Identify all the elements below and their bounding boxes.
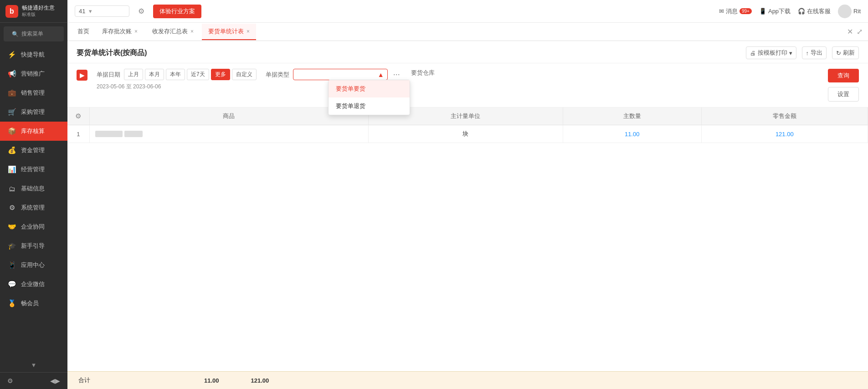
expand-tabs-btn[interactable]: ⤢ [857,27,863,36]
close-all-tabs-btn[interactable]: ✕ [847,27,853,36]
footer-totals: 11.00 121.00 [108,377,269,384]
tab-close-order-summary[interactable]: × [247,28,250,35]
app-download-btn[interactable]: 📱 App下载 [759,7,791,15]
sidebar-scroll-down[interactable]: ▼ [0,358,67,372]
date-this-month-btn[interactable]: 本月 [145,69,164,80]
row-qty: 11.00 [563,125,701,143]
sidebar-item-basics[interactable]: 🗂 基础信息 [0,179,67,198]
topbar-right: ✉ 消息 99+ 📱 App下载 🎧 在线客服 Rit [719,5,861,18]
tab-order-summary[interactable]: 要货单统计表 × [202,24,256,40]
footer-label: 合计 [73,376,90,384]
page-actions: 🖨 按模板打印 ▾ ↑ 导出 ↻ 刷新 [746,46,859,59]
query-btn[interactable]: 查询 [828,69,859,82]
date-buttons: 上月 本月 本年 近7天 更多 自定义 [124,69,257,80]
filter-date-row: 单据日期 上月 本月 本年 近7天 更多 自定义 [97,69,257,80]
user-avatar-area[interactable]: Rit [838,5,861,18]
product-cell [95,131,363,137]
user-name: Rit [853,8,861,15]
type-more-options-btn[interactable]: ··· [391,70,402,79]
product-placeholder-1 [95,131,123,137]
date-last-month-btn[interactable]: 上月 [124,69,143,80]
enterprise-icon: 🤝 [7,222,16,231]
export-icon: ↑ [806,50,809,56]
inventory-icon: 📦 [7,127,16,136]
date-custom-btn[interactable]: 自定义 [232,69,257,80]
tabbar-actions: ✕ ⤢ [847,27,863,36]
amount-link[interactable]: 121.00 [776,131,794,138]
dropdown-option-order[interactable]: 要货单要货 [329,80,410,97]
export-btn[interactable]: ↑ 导出 [802,46,827,59]
sidebar-item-quicknav[interactable]: ⚡ 快捷导航 [0,45,67,64]
company-selector[interactable]: 41 ▾ [75,5,129,17]
page-title: 要货单统计表(按商品) [77,48,147,58]
refresh-btn[interactable]: ↻ 刷新 [832,46,859,59]
operations-icon: 📊 [7,165,16,174]
type-dropdown-icon[interactable]: ▲ [378,71,384,78]
sidebar-item-apps[interactable]: 📱 应用中心 [0,256,67,275]
notifications-btn[interactable]: ✉ 消息 99+ [719,7,752,15]
filter-expand-btn[interactable]: ▶ [77,70,87,81]
tab-collect-summary[interactable]: 收发存汇总表 × [146,24,200,40]
sidebar-item-finance[interactable]: 💰 资金管理 [0,141,67,160]
filter-actions: 查询 设置 [828,69,859,102]
phone-icon: 📱 [759,8,766,15]
row-amount: 121.00 [701,125,868,143]
sidebar-item-enterprise[interactable]: 🤝 企业协同 [0,217,67,236]
table-settings-gear-icon[interactable]: ⚙ [75,112,81,120]
dropdown-option-return[interactable]: 要货单退货 [329,97,410,115]
date-filter-label: 单据日期 [97,71,120,79]
industry-btn[interactable]: 体验行业方案 [153,5,201,18]
sidebar-item-guide[interactable]: 🎓 新手引导 [0,236,67,256]
sidebar-item-purchase[interactable]: 🛒 采购管理 [0,102,67,122]
filter-date-range-row: 2023-05-06 至 2023-06-06 [97,83,257,91]
tab-close-collect-summary[interactable]: × [190,28,194,35]
member-icon: 🏅 [7,299,16,308]
warehouse-filter-label: 要货仓库 [411,69,435,77]
online-service-btn[interactable]: 🎧 在线客服 [798,7,831,15]
topbar: 41 ▾ ⚙ 体验行业方案 ✉ 消息 99+ 📱 App下载 🎧 在线客服 R [67,0,868,23]
refresh-icon: ↻ [836,50,841,56]
app-logo-icon: b [5,5,18,18]
sidebar-item-member[interactable]: 🏅 畅会员 [0,294,67,313]
tab-home[interactable]: 首页 [73,24,94,40]
date-more-btn[interactable]: 更多 [211,69,230,80]
product-placeholder-2 [124,131,143,137]
sidebar: b 畅捷通好生意 标准版 🔍 搜索菜单 ⚡ 快捷导航 📢 营销推广 💼 销售管理… [0,0,67,389]
filter-warehouse-row: 要货仓库 [411,69,435,77]
tab-inventory-batch[interactable]: 库存批次账 × [96,24,144,40]
col-settings: ⚙ [67,107,89,125]
footer-amount-value: 121.00 [251,377,269,384]
sidebar-search[interactable]: 🔍 搜索菜单 [4,26,64,41]
print-btn[interactable]: 🖨 按模板打印 ▾ [746,46,796,59]
type-input-wrap: ▲ [293,69,388,80]
settings-gear-btn[interactable]: ⚙ [135,5,148,18]
user-avatar [838,5,852,18]
type-filter-label: 单据类型 [266,71,289,79]
date-range-text: 2023-05-06 至 2023-06-06 [97,83,161,91]
settings-footer-btn[interactable]: ⚙ [7,377,13,384]
collapse-btn[interactable]: ◀▶ [50,377,60,384]
marketing-icon: 📢 [7,69,16,78]
system-icon: ⚙ [7,203,16,212]
type-filter-input[interactable] [293,69,388,80]
date-last-7-days-btn[interactable]: 近7天 [187,69,209,80]
main-content: 41 ▾ ⚙ 体验行业方案 ✉ 消息 99+ 📱 App下载 🎧 在线客服 R [67,0,868,389]
date-this-year-btn[interactable]: 本年 [166,69,185,80]
sidebar-item-wechat[interactable]: 💬 企业微信 [0,275,67,294]
sidebar-item-operations[interactable]: 📊 经营管理 [0,160,67,179]
sidebar-item-marketing[interactable]: 📢 营销推广 [0,64,67,83]
tab-close-inventory-batch[interactable]: × [134,28,138,35]
sidebar-item-inventory[interactable]: 📦 库存核算 [0,122,67,141]
sidebar-logo: b 畅捷通好生意 标准版 [0,0,67,23]
sidebar-item-system[interactable]: ⚙ 系统管理 [0,198,67,217]
filter-settings-btn[interactable]: 设置 [828,87,859,102]
sidebar-item-sales[interactable]: 💼 销售管理 [0,83,67,102]
search-icon: 🔍 [12,31,19,37]
row-unit: 块 [368,125,563,143]
headset-icon: 🎧 [798,8,805,15]
sidebar-footer: ⚙ ◀▶ [0,372,67,389]
table-header-row: ⚙ 商品 主计量单位 主数量 零售金额 [67,107,868,125]
page-header: 要货单统计表(按商品) 🖨 按模板打印 ▾ ↑ 导出 ↻ 刷新 [67,41,868,63]
sales-icon: 💼 [7,88,16,97]
qty-link[interactable]: 11.00 [625,131,640,138]
